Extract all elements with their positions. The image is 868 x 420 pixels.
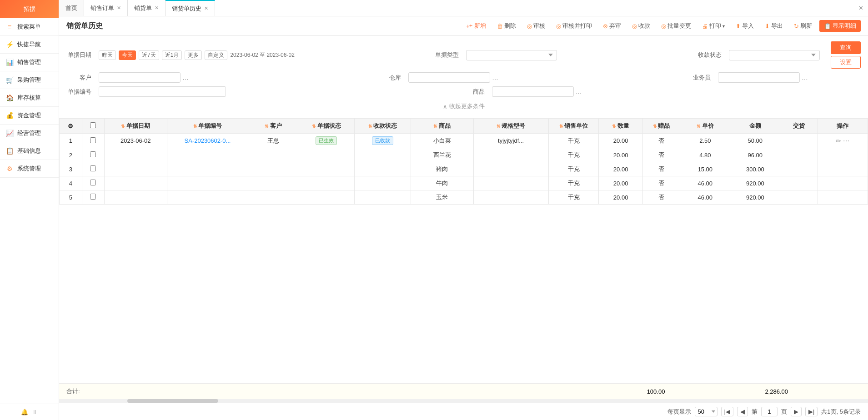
col-order-status[interactable]: ⇅ 单据状态	[298, 119, 355, 134]
tab-sales-order[interactable]: 销售订单 ✕	[84, 0, 128, 16]
customer-filter-dots[interactable]: …	[182, 74, 189, 81]
delete-button[interactable]: 🗑 删除	[493, 20, 520, 32]
warehouse-filter-input[interactable]	[408, 72, 490, 83]
horizontal-scrollbar[interactable]	[59, 399, 868, 403]
col-settings[interactable]: ⚙	[60, 119, 82, 134]
date-btn-7days[interactable]: 近7天	[139, 50, 159, 60]
col-price[interactable]: ⇅ 单价	[680, 119, 730, 134]
display-detail-button[interactable]: 📋 显示明细	[819, 20, 861, 32]
col-qty[interactable]: ⇅ 数量	[599, 119, 642, 134]
col-spec[interactable]: ⇅ 规格型号	[473, 119, 548, 134]
row-checkbox-input[interactable]	[90, 137, 96, 143]
select-all-checkbox[interactable]	[90, 122, 96, 128]
row-checkbox-input[interactable]	[90, 165, 96, 171]
col-unit[interactable]: ⇅ 销售单位	[548, 119, 599, 134]
new-button[interactable]: + + 新增	[462, 20, 490, 32]
salesperson-filter-dots[interactable]: …	[802, 74, 808, 81]
row-checkbox[interactable]	[82, 162, 105, 176]
print-button[interactable]: 🖨 打印 ▾	[698, 20, 728, 32]
row-order-no[interactable]: SA-20230602-0...	[167, 134, 248, 148]
order-no-filter-input[interactable]	[99, 86, 226, 97]
tab-sales-delivery[interactable]: 销货单 ✕	[128, 0, 166, 16]
col-date[interactable]: ⇅ 单据日期	[105, 119, 167, 134]
type-filter-select[interactable]	[466, 50, 557, 60]
tab-home[interactable]: 首页	[59, 0, 84, 16]
product-filter-dots[interactable]: …	[576, 88, 582, 95]
collapse-button[interactable]: ∧ 收起更多条件	[443, 100, 485, 112]
prev-page-button[interactable]: ◀	[737, 407, 748, 416]
row-num: 1	[60, 134, 82, 148]
sidebar-item-shortcut[interactable]: ⚡ 快捷导航	[0, 36, 59, 54]
salesperson-filter-input[interactable]	[718, 72, 800, 83]
row-transaction	[780, 176, 818, 190]
pay-status-select[interactable]	[729, 50, 820, 60]
sidebar-item-purchase[interactable]: 🛒 采购管理	[0, 71, 59, 89]
next-page-button[interactable]: ▶	[791, 407, 802, 416]
date-btn-today[interactable]: 今天	[119, 50, 136, 60]
last-page-button[interactable]: ▶|	[805, 407, 818, 416]
row-checkbox-input[interactable]	[90, 194, 96, 200]
customer-filter-input[interactable]	[99, 72, 181, 83]
row-checkbox[interactable]	[82, 148, 105, 162]
refresh-button[interactable]: ↻ 刷新	[790, 20, 816, 32]
row-checkbox[interactable]	[82, 176, 105, 190]
more-action-icon[interactable]: ⋯	[843, 137, 849, 145]
page-size-select[interactable]: 10 20 50 100	[695, 407, 717, 416]
row-checkbox[interactable]	[82, 134, 105, 148]
row-checkbox-input[interactable]	[90, 180, 96, 185]
edit-icon[interactable]: ✏	[836, 137, 841, 145]
query-button[interactable]: 查询	[831, 41, 861, 54]
tab-close-all[interactable]: ✕	[854, 0, 868, 16]
row-order-no[interactable]	[167, 190, 248, 205]
approve-print-button[interactable]: ◎ 审核并打印	[552, 20, 596, 32]
abandon-button[interactable]: ⊗ 弃审	[599, 20, 625, 32]
scrollbar-thumb[interactable]	[127, 399, 218, 403]
col-gift[interactable]: ⇅ 赠品	[642, 119, 680, 134]
pause-icon[interactable]: ⏸	[32, 409, 38, 415]
date-btn-more[interactable]: 更多	[185, 50, 202, 60]
sidebar-item-basic[interactable]: 📋 基础信息	[0, 142, 59, 160]
row-order-no[interactable]	[167, 148, 248, 162]
col-product[interactable]: ⇅ 商品	[411, 119, 473, 134]
order-no-link[interactable]: SA-20230602-0...	[185, 137, 231, 144]
export-button[interactable]: ⬇ 导出	[761, 20, 787, 32]
col-order-no[interactable]: ⇅ 单据编号	[167, 119, 248, 134]
row-order-no[interactable]	[167, 162, 248, 176]
date-btn-1month[interactable]: 近1月	[162, 50, 182, 60]
tab-sales-history-close[interactable]: ✕	[204, 5, 208, 11]
export-icon: ⬇	[765, 23, 770, 30]
row-checkbox[interactable]	[82, 190, 105, 205]
sidebar-item-search[interactable]: ≡ 搜索菜单	[0, 18, 59, 36]
row-order-no[interactable]	[167, 176, 248, 190]
batch-change-button[interactable]: ◎ 批量变更	[657, 20, 695, 32]
row-price: 15.00	[680, 162, 730, 176]
col-customer[interactable]: ⇅ 客户	[248, 119, 298, 134]
import-button[interactable]: ⬆ 导入	[732, 20, 758, 32]
sidebar-item-system[interactable]: ⚙ 系统管理	[0, 160, 59, 178]
product-filter-input[interactable]	[492, 86, 574, 97]
tab-sales-history[interactable]: 销货单历史 ✕	[166, 0, 215, 16]
row-num: 3	[60, 162, 82, 176]
import-icon: ⬆	[736, 23, 741, 30]
first-page-button[interactable]: |◀	[721, 407, 733, 416]
approve-button[interactable]: ◎ 审核	[523, 20, 549, 32]
date-btn-custom[interactable]: 自定义	[205, 50, 227, 60]
setting-button[interactable]: 设置	[831, 56, 861, 69]
date-btn-yesterday[interactable]: 昨天	[99, 50, 116, 60]
sidebar-item-finance[interactable]: 💰 资金管理	[0, 107, 59, 125]
sidebar-item-sales[interactable]: 📊 销售管理	[0, 54, 59, 71]
sidebar-item-operation[interactable]: 📈 经营管理	[0, 125, 59, 142]
row-transaction	[780, 190, 818, 205]
tab-sales-delivery-close[interactable]: ✕	[155, 5, 159, 11]
notification-icon[interactable]: 🔔	[21, 409, 28, 415]
col-pay-status[interactable]: ⇅ 收款状态	[355, 119, 411, 134]
row-num: 2	[60, 148, 82, 162]
collect-button[interactable]: ◎ 收款	[628, 20, 654, 32]
row-checkbox-input[interactable]	[90, 151, 96, 157]
row-pay-status	[355, 190, 411, 205]
page-number-input[interactable]	[761, 407, 778, 416]
row-num: 4	[60, 176, 82, 190]
warehouse-filter-dots[interactable]: …	[492, 74, 498, 81]
tab-sales-order-close[interactable]: ✕	[117, 5, 121, 11]
sidebar-item-inventory[interactable]: 🏠 库存核算	[0, 89, 59, 107]
